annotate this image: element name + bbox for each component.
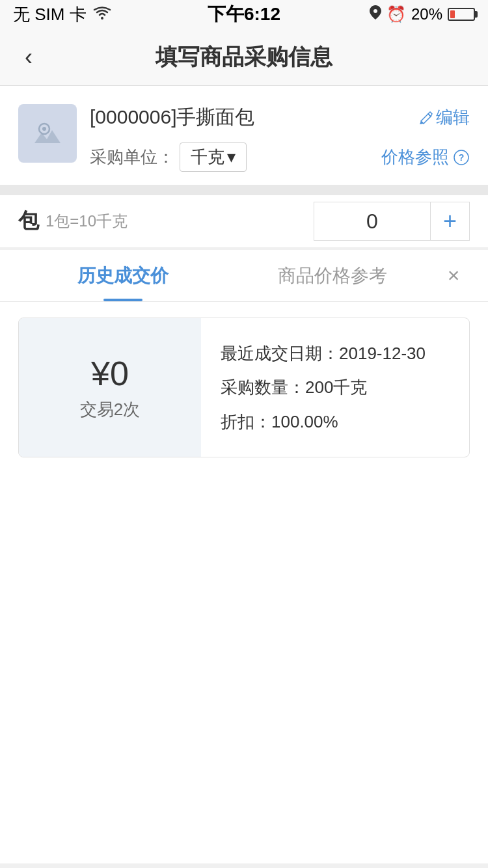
tabs-header: 历史成交价 商品价格参考 × <box>0 250 488 302</box>
quantity-row: 包 1包=10千克 + <box>0 195 488 247</box>
unit-select[interactable]: 千克 ▾ <box>180 142 247 172</box>
chevron-down-icon: ▾ <box>227 147 236 167</box>
svg-point-0 <box>101 17 103 20</box>
product-name: [0000006]手撕面包 <box>90 104 254 131</box>
status-time: 下午6:12 <box>208 2 280 27</box>
wifi-icon <box>93 5 111 25</box>
tabs-panel: 历史成交价 商品价格参考 × ¥0 交易2次 最近成交日期：2019-12-30… <box>0 250 488 863</box>
content-area <box>0 473 488 863</box>
status-bar: 无 SIM 卡 下午6:12 ⏰ 20% <box>0 0 488 29</box>
svg-text:?: ? <box>459 152 465 163</box>
history-transactions: 交易2次 <box>80 398 140 421</box>
product-meta: 采购单位： 千克 ▾ 价格参照 ? <box>90 142 470 172</box>
quantity-plus-button[interactable]: + <box>431 202 470 241</box>
battery-text: 20% <box>411 5 442 23</box>
tab-product-price[interactable]: 商品价格参考 <box>228 251 437 301</box>
history-price: ¥0 <box>91 354 129 393</box>
nav-bar: ‹ 填写商品采购信息 <box>0 29 488 86</box>
battery-icon <box>448 8 475 21</box>
product-header: [0000006]手撕面包 编辑 <box>90 104 470 131</box>
page-title: 填写商品采购信息 <box>156 42 332 72</box>
history-date-row: 最近成交日期：2019-12-30 <box>221 342 450 365</box>
location-icon <box>370 5 381 23</box>
history-card: ¥0 交易2次 最近成交日期：2019-12-30 采购数量：200千克 折扣：… <box>18 318 470 457</box>
back-button[interactable]: ‹ <box>18 37 39 77</box>
history-quantity-row: 采购数量：200千克 <box>221 375 450 399</box>
svg-point-2 <box>42 127 46 131</box>
quantity-controls: + <box>314 202 470 241</box>
edit-button[interactable]: 编辑 <box>419 106 470 129</box>
quantity-unit: 包 <box>18 207 39 236</box>
section-divider <box>0 185 488 195</box>
status-left: 无 SIM 卡 <box>13 3 111 26</box>
product-thumbnail <box>18 104 77 163</box>
tab-history-price[interactable]: 历史成交价 <box>18 251 228 301</box>
history-discount-row: 折扣：100.00% <box>221 410 450 433</box>
tabs-close-button[interactable]: × <box>437 260 470 292</box>
quantity-input[interactable] <box>314 202 431 241</box>
quantity-label: 包 1包=10千克 <box>18 207 128 236</box>
product-card: [0000006]手撕面包 编辑 采购单位： 千克 ▾ 价格参照 <box>0 86 488 185</box>
history-left: ¥0 交易2次 <box>19 318 201 457</box>
quantity-conversion: 1包=10千克 <box>46 211 128 232</box>
carrier-text: 无 SIM 卡 <box>13 3 87 26</box>
history-right: 最近成交日期：2019-12-30 采购数量：200千克 折扣：100.00% <box>201 318 469 457</box>
alarm-icon: ⏰ <box>386 5 406 23</box>
price-ref-button[interactable]: 价格参照 ? <box>381 146 470 169</box>
status-right: ⏰ 20% <box>370 5 475 23</box>
product-info: [0000006]手撕面包 编辑 采购单位： 千克 ▾ 价格参照 <box>90 104 470 172</box>
unit-label: 采购单位： 千克 ▾ <box>90 142 247 172</box>
